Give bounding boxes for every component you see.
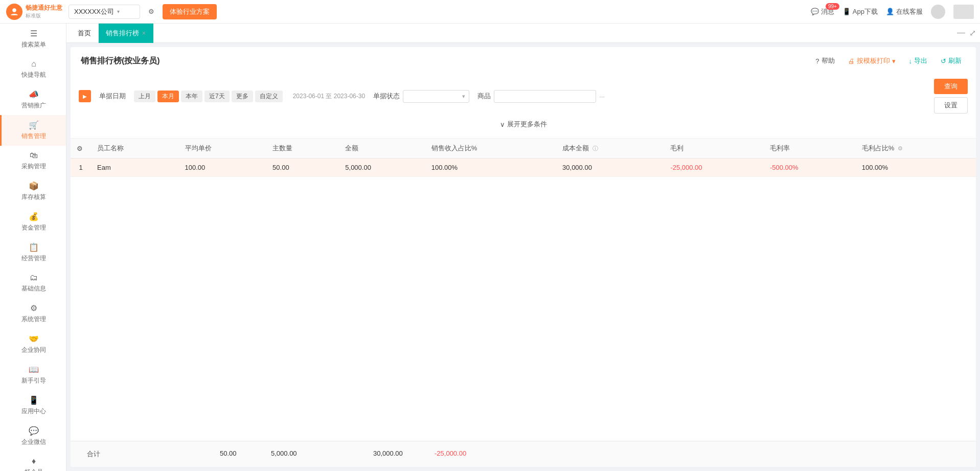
tab-home[interactable]: 首页 — [71, 24, 99, 43]
sidebar-item-apps[interactable]: 📱 应用中心 — [0, 390, 66, 421]
date-options: 上月 本月 本年 近7天 更多 自定义 — [134, 91, 283, 102]
refresh-button[interactable]: ↺ 刷新 — [937, 54, 966, 68]
table-row: 1 Eam 100.00 50.00 5,000.00 100.00% 30,0… — [71, 159, 976, 177]
footer-cost: 30,000.00 — [367, 446, 428, 462]
export-button[interactable]: ↓ 导出 — [905, 54, 932, 68]
query-button[interactable]: 查询 — [934, 79, 968, 94]
topbar-settings-button[interactable]: ⚙ — [144, 5, 158, 19]
expand-label: 展开更多条件 — [507, 120, 547, 129]
collab-icon: 🤝 — [29, 334, 39, 344]
help-label: 帮助 — [822, 56, 835, 65]
th-cost: 成本全额 ⓘ — [556, 139, 664, 159]
th-amount: 全额 — [339, 139, 425, 159]
sidebar-item-finance[interactable]: 💰 资金管理 — [0, 207, 66, 237]
date-btn-more[interactable]: 更多 — [232, 91, 253, 102]
inventory-icon: 📦 — [29, 181, 39, 191]
th-gross: 毛利 — [664, 139, 764, 159]
sidebar-item-system[interactable]: ⚙ 系统管理 — [0, 298, 66, 329]
table-container: ⚙ 员工名称 平均单价 主数量 全额 销售收入占比% 成本全额 ⓘ — [71, 139, 976, 441]
search-menu-icon: ☰ — [30, 29, 37, 38]
page-actions: ? 帮助 🖨 按模板打印 ▾ ↓ 导出 ↺ — [811, 54, 966, 68]
status-select[interactable] — [403, 90, 469, 103]
date-btn-this-year[interactable]: 本年 — [181, 91, 202, 102]
column-settings-icon[interactable]: ⚙ — [77, 145, 83, 152]
content-area: 首页 销售排行榜 × — ⤢ 销售排行榜(按业务员) — [66, 24, 980, 471]
sidebar-item-inventory[interactable]: 📦 库存核算 — [0, 176, 66, 207]
app-download-button[interactable]: 📱 App下载 — [842, 7, 878, 16]
tab-controls: — ⤢ — [957, 28, 976, 38]
print-label: 按模板打印 — [857, 56, 890, 65]
date-filter-label: 单据日期 — [99, 92, 126, 101]
purchase-icon: 🛍 — [30, 151, 38, 160]
sales-icon: 🛒 — [29, 120, 39, 130]
tab-restore-button[interactable]: ⤢ — [969, 28, 976, 38]
sidebar-item-basic[interactable]: 🗂 基础信息 — [0, 268, 66, 298]
basic-info-icon: 🗂 — [30, 273, 38, 282]
sidebar-label-basic: 基础信息 — [21, 284, 46, 293]
table-header: ⚙ 员工名称 平均单价 主数量 全额 销售收入占比% 成本全额 ⓘ — [71, 139, 976, 159]
sidebar-label-finance: 资金管理 — [21, 223, 46, 232]
status-filter-field: 单据状态 — [373, 90, 469, 103]
sidebar-item-collab[interactable]: 🤝 企业协同 — [0, 329, 66, 360]
table-settings-button[interactable]: 设置 — [934, 97, 968, 114]
th-gross-rate: 毛利率 — [764, 139, 856, 159]
refresh-icon: ↺ — [941, 57, 946, 65]
sidebar-item-marketing[interactable]: 📣 营销推广 — [0, 84, 66, 115]
avatar[interactable] — [931, 5, 945, 19]
sidebar-item-purchase[interactable]: 🛍 采购管理 — [0, 146, 66, 176]
logo-sub: 标准版 — [26, 12, 62, 19]
table-body: 1 Eam 100.00 50.00 5,000.00 100.00% 30,0… — [71, 159, 976, 177]
print-button[interactable]: 🖨 按模板打印 ▾ — [844, 54, 900, 68]
row-cost: 30,000.00 — [556, 159, 664, 177]
help-button[interactable]: ? 帮助 — [811, 54, 838, 68]
row-gross: -25,000.00 — [664, 159, 764, 177]
sidebar-item-sales[interactable]: 🛒 销售管理 — [0, 115, 66, 146]
filter-collapse-button[interactable]: ▶ — [79, 90, 91, 102]
online-service-label: 在线客服 — [896, 7, 923, 16]
chevron-down-icon: ▾ — [117, 9, 120, 14]
th-settings: ⚙ — [71, 139, 91, 159]
sidebar-item-wechat[interactable]: 💬 企业微信 — [0, 421, 66, 452]
date-btn-custom[interactable]: 自定义 — [255, 91, 283, 102]
row-sales-pct: 100.00% — [425, 159, 556, 177]
sidebar-label-operations: 经营管理 — [21, 254, 46, 263]
sidebar-label-shortcut: 快捷导航 — [21, 71, 46, 79]
member-icon: ♦ — [32, 457, 36, 466]
th-gross-pct: 毛利占比% ⚙ — [856, 139, 976, 159]
online-service-button[interactable]: 👤 在线客服 — [886, 7, 923, 16]
tab-close-button[interactable]: × — [142, 30, 146, 37]
date-btn-this-month[interactable]: 本月 — [157, 91, 179, 102]
filter-section: ▶ 单据日期 上月 本月 本年 近7天 更多 自定义 2023-06-01 至 … — [71, 73, 976, 139]
logo-area: 畅捷通好生意 标准版 — [6, 4, 62, 20]
trial-button[interactable]: 体验行业方案 — [163, 4, 217, 19]
cost-info-icon[interactable]: ⓘ — [592, 145, 598, 151]
row-name: Eam — [91, 159, 179, 177]
user-name-placeholder — [953, 5, 974, 19]
sidebar-item-member[interactable]: ♦ 畅会员 — [0, 452, 66, 471]
expand-conditions-button[interactable]: ∨ 展开更多条件 — [500, 120, 547, 129]
notification-button[interactable]: 💬 消息 99+ — [811, 7, 834, 16]
tab-minimize-button[interactable]: — — [957, 28, 965, 38]
sidebar-label-wechat: 企业微信 — [21, 438, 46, 446]
sidebar-item-search[interactable]: ☰ 搜索菜单 — [0, 24, 66, 54]
date-btn-last-month[interactable]: 上月 — [134, 91, 155, 102]
date-range-display: 2023-06-01 至 2023-06-30 — [293, 92, 365, 101]
wechat-icon: 💬 — [29, 426, 39, 436]
operations-icon: 📋 — [29, 242, 39, 252]
gross-pct-info-icon[interactable]: ⚙ — [898, 145, 903, 151]
sidebar-label-sales: 销售管理 — [21, 132, 46, 141]
company-selector[interactable]: XXXXXX公司 ▾ — [69, 5, 140, 19]
sidebar-item-operations[interactable]: 📋 经营管理 — [0, 237, 66, 268]
date-btn-last-7-days[interactable]: 近7天 — [204, 91, 230, 102]
table-footer: 合计 50.00 5,000.00 30,000.00 -25,000.00 — [71, 441, 976, 467]
goods-more-button[interactable]: ··· — [599, 93, 605, 100]
goods-input[interactable] — [494, 90, 596, 103]
sidebar-item-guide[interactable]: 📖 新手引导 — [0, 360, 66, 390]
footer-qty: 50.00 — [214, 446, 265, 462]
tab-sales-ranking[interactable]: 销售排行榜 × — [99, 24, 153, 43]
footer-gross: -25,000.00 — [428, 446, 472, 462]
sidebar-item-shortcut[interactable]: ⌂ 快捷导航 — [0, 54, 66, 84]
sidebar-label-search: 搜索菜单 — [21, 40, 46, 49]
row-amount: 5,000.00 — [339, 159, 425, 177]
goods-filter-label: 商品 — [477, 92, 491, 101]
